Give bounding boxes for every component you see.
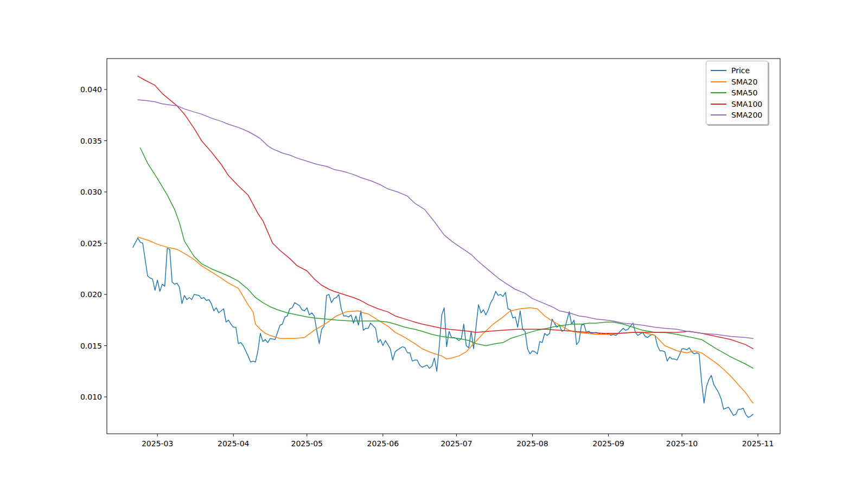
x-tick-label: 2025-11 xyxy=(742,439,774,448)
legend-item-sma200: SMA200 xyxy=(711,110,762,121)
legend-item-sma50: SMA50 xyxy=(711,87,762,99)
sma50-line-swatch xyxy=(711,92,726,93)
y-tick-label: 0.020 xyxy=(80,290,102,299)
sma100-line xyxy=(138,76,753,349)
legend-label: SMA100 xyxy=(731,100,762,108)
price-line-swatch xyxy=(711,70,726,71)
x-tick-label: 2025-04 xyxy=(218,439,250,448)
y-tick-label: 0.025 xyxy=(80,239,102,248)
legend-item-sma100: SMA100 xyxy=(711,99,762,110)
legend-label: SMA20 xyxy=(731,78,757,86)
y-tick-label: 0.035 xyxy=(80,137,102,145)
legend-label: SMA200 xyxy=(731,111,762,119)
x-tick-label: 2025-06 xyxy=(367,439,399,448)
x-tick-label: 2025-08 xyxy=(516,439,548,448)
y-tick-label: 0.010 xyxy=(80,393,102,401)
x-tick-label: 2025-07 xyxy=(441,439,473,448)
x-tick-label: 2025-03 xyxy=(142,439,174,448)
x-tick-label: 2025-10 xyxy=(666,439,698,448)
sma20-line xyxy=(138,237,753,403)
legend-item-price: Price xyxy=(711,65,762,76)
legend-label: Price xyxy=(731,67,750,74)
y-tick-label: 0.015 xyxy=(80,342,102,350)
y-tick-label: 0.040 xyxy=(80,85,102,94)
sma20-line-swatch xyxy=(711,81,726,82)
sma200-line-swatch xyxy=(711,114,726,115)
legend-label: SMA50 xyxy=(731,89,757,97)
legend-item-sma20: SMA20 xyxy=(711,76,762,88)
y-tick-label: 0.030 xyxy=(80,188,102,196)
legend-box[interactable]: Price SMA20 SMA50 SMA100 SMA200 xyxy=(706,61,768,125)
plot-frame xyxy=(107,59,780,434)
sma200-line xyxy=(138,100,753,338)
sma100-line-swatch xyxy=(711,104,726,105)
sma50-line xyxy=(141,148,754,368)
figure-canvas: 2025-032025-042025-052025-062025-072025-… xyxy=(0,0,868,488)
x-tick-label: 2025-09 xyxy=(592,439,624,448)
x-tick-label: 2025-05 xyxy=(291,439,323,448)
